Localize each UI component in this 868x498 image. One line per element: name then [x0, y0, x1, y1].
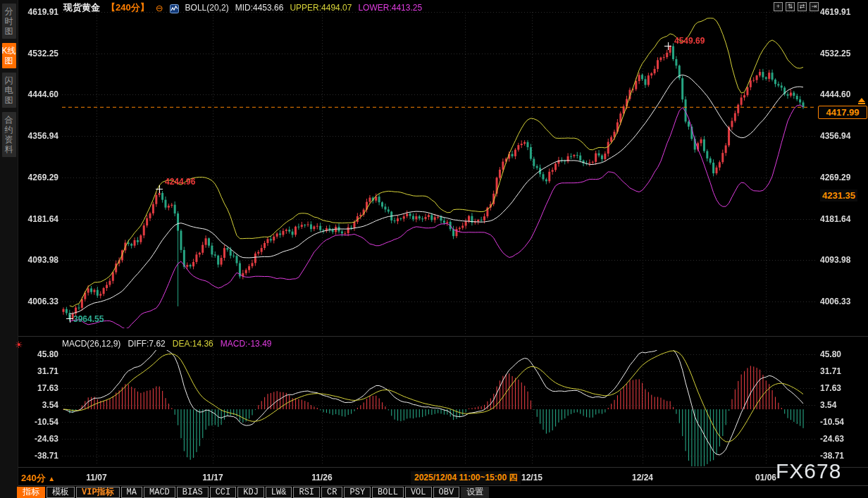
indicator-settings-icon[interactable]: ☀	[15, 340, 23, 350]
toolbar-button-3[interactable]: VIP指标	[76, 487, 120, 498]
chevron-up-icon: ▲	[48, 475, 55, 483]
macd-axis-label-r: 17.63	[820, 383, 860, 393]
macd-axis-label-r: -24.63	[820, 434, 860, 444]
toolbar-divider	[0, 485, 868, 486]
price-alert-icon[interactable]	[857, 98, 866, 104]
toolbar-button-10[interactable]: RSI	[293, 487, 320, 498]
price-axis-label-l: 4269.29	[19, 173, 58, 182]
selected-bar-datetime: 2025/12/04 11:00~15:00 四	[411, 471, 521, 485]
period-selector-label: 240分	[21, 473, 46, 483]
macd-params-label: MACD(26,12,9)	[62, 339, 120, 349]
price-axis-label-l: 4181.64	[19, 214, 58, 224]
macd-axis-label-r: 3.54	[820, 400, 860, 410]
price-level-label: 4231.35	[820, 189, 857, 201]
toolbar-button-2[interactable]: 模板	[46, 487, 75, 498]
sidebar-tab-2[interactable]: K线图	[2, 43, 16, 68]
boll-params: BOLL(20,2)	[185, 3, 229, 13]
price-axis-label-r: 4269.29	[820, 173, 860, 182]
sidebar-tab-4[interactable]: 合约资料	[2, 112, 16, 157]
sidebar: 分时图K线图闪电图合约资料	[0, 0, 18, 498]
toolbar-button-4[interactable]: MA	[121, 487, 142, 498]
toolbar-button-5[interactable]: MACD	[144, 487, 175, 498]
price-axis-label-r: 4181.64	[820, 214, 860, 224]
chart-header: 现货黄金 【240分】 ⊖ BOLL(20,2) MID:4453.66 UPP…	[63, 2, 422, 13]
boll-lower-value: LOWER:4413.25	[358, 3, 422, 13]
main-chart-canvas[interactable]	[0, 0, 868, 498]
toolbar-button-16[interactable]: 设置	[461, 487, 489, 498]
toolbar-button-6[interactable]: BIAS	[177, 487, 209, 498]
price-axis-label-l: 4093.98	[19, 255, 58, 265]
chart-tool-icons: +⇅⇄⇥	[774, 2, 819, 11]
x-axis-tick: 12/24	[632, 473, 653, 483]
x-axis-tick: 11/17	[202, 473, 223, 483]
macd-dea-value: DEA:14.36	[173, 339, 213, 349]
toolbar-button-15[interactable]: OBV	[433, 487, 460, 498]
toolbar-button-7[interactable]: CCI	[210, 487, 237, 498]
trading-app-window: 分时图K线图闪电图合约资料 现货黄金 【240分】 ⊖ BOLL(20,2) M…	[0, 0, 868, 498]
toolbar-button-12[interactable]: PSY	[344, 487, 371, 498]
price-axis-label-l: 4006.33	[19, 297, 58, 306]
macd-diff-value: DIFF:7.62	[128, 339, 165, 349]
x-axis-tick: 11/07	[86, 473, 106, 483]
price-annotation: 3964.55	[73, 314, 104, 324]
macd-axis-label-r: 45.80	[820, 349, 860, 359]
price-axis-label-r: 4444.60	[820, 89, 860, 99]
macd-axis-label-r: -10.54	[820, 417, 860, 427]
price-axis-label-r: 4619.91	[820, 7, 860, 17]
price-axis-label-r: 4532.25	[820, 49, 860, 58]
macd-axis-label-l: 31.71	[19, 366, 58, 376]
indicator-toolbar: 指标模板VIP指标MAMACDBIASCCIKDJLW&RSICRPSYBOLL…	[17, 487, 489, 498]
x-scale-icon[interactable]: ⇄	[798, 2, 807, 11]
x-axis-tick: 01/06	[755, 473, 776, 483]
y-scale-icon[interactable]: ⇅	[786, 2, 795, 11]
period-label[interactable]: 【240分】	[106, 1, 149, 14]
macd-axis-label-l: -24.63	[19, 434, 58, 444]
x-axis-tick: 12/15	[521, 473, 542, 483]
toolbar-button-8[interactable]: KDJ	[237, 487, 264, 498]
sidebar-tab-1[interactable]: 分时图	[2, 4, 16, 39]
macd-axis-label-l: 3.54	[19, 400, 58, 410]
watermark: FX678	[776, 459, 841, 483]
price-axis-label-r: 4093.98	[820, 255, 860, 265]
boll-upper-value: UPPER:4494.07	[290, 3, 352, 13]
price-axis-label-l: 4444.60	[19, 89, 58, 99]
macd-axis-label-r: 31.71	[820, 366, 860, 376]
collapse-icon[interactable]: ⊖	[156, 3, 163, 13]
macd-axis-label-l: 45.80	[19, 349, 58, 359]
shift-right-icon[interactable]: ⇥	[810, 2, 819, 11]
pan-tool-icon[interactable]: +	[774, 2, 783, 11]
last-price-box: 4417.99	[818, 106, 867, 119]
macd-macd-value: MACD:-13.49	[221, 339, 272, 349]
toolbar-button-11[interactable]: CR	[321, 487, 342, 498]
sidebar-tab-3[interactable]: 闪电图	[2, 73, 16, 108]
macd-axis-label-l: 17.63	[19, 383, 58, 393]
pane-divider	[0, 336, 868, 337]
x-axis-tick: 11/26	[311, 473, 332, 483]
candlestick-chart-icon	[170, 4, 179, 13]
macd-axis-label-l: -38.71	[19, 451, 58, 461]
price-axis-label-r: 4006.33	[820, 297, 860, 306]
macd-axis-label-l: -10.54	[19, 417, 58, 427]
price-axis-label-l: 4619.91	[19, 7, 58, 17]
macd-header: MACD(26,12,9) DIFF:7.62 DEA:14.36 MACD:-…	[62, 339, 271, 349]
boll-mid-value: MID:4453.66	[235, 3, 284, 13]
toolbar-button-9[interactable]: LW&	[266, 487, 292, 498]
instrument-name: 现货黄金	[63, 1, 100, 14]
price-axis-label-l: 4532.25	[19, 49, 58, 58]
axis-divider	[0, 467, 868, 468]
price-axis-label-l: 4356.94	[19, 131, 58, 141]
price-annotation: 4244.96	[165, 177, 195, 187]
toolbar-button-14[interactable]: VOL	[405, 487, 432, 498]
price-annotation: 4549.69	[674, 36, 705, 46]
toolbar-button-13[interactable]: BOLL	[372, 487, 404, 498]
period-selector[interactable]: 240分 ▲	[21, 472, 55, 485]
toolbar-button-1[interactable]: 指标	[17, 487, 45, 498]
price-axis-label-r: 4356.94	[820, 131, 860, 141]
